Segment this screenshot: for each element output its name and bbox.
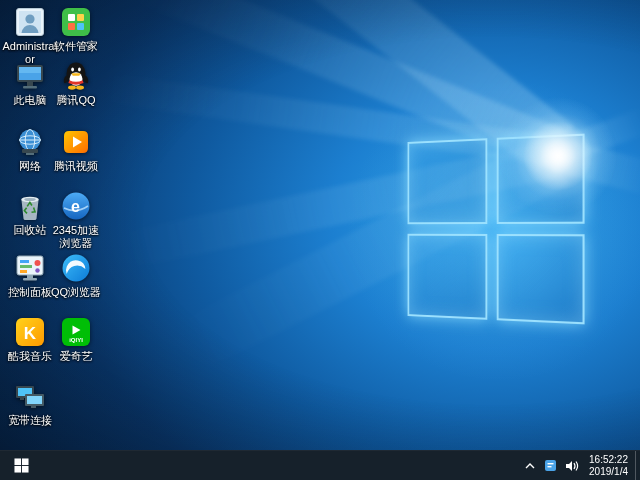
kuwo-letter-glyph: K	[24, 324, 37, 343]
browser-e-glyph: e	[71, 198, 80, 215]
desktop-icon-qq-browser[interactable]: QQ浏览器	[48, 252, 104, 299]
windows-logo-pane	[497, 234, 585, 324]
tray-app-icon	[544, 459, 557, 472]
light-beam	[80, 135, 569, 421]
taskbar: 16:52:22 2019/1/4	[0, 450, 640, 480]
desktop-icon-label: 腾讯视频	[48, 160, 104, 173]
windows-start-icon	[14, 458, 29, 473]
broadband-connection-icon	[14, 380, 46, 412]
windows-logo-glow	[340, 80, 640, 380]
windows-logo-pane	[408, 234, 488, 320]
light-beam	[112, 0, 574, 174]
light-beam	[29, 0, 564, 168]
tencent-video-icon	[60, 126, 92, 158]
desktop-icon-2345-browser[interactable]: e 2345加速浏览器	[48, 190, 104, 250]
tray-app-button[interactable]	[540, 451, 561, 480]
windows-logo-pane	[497, 134, 585, 224]
clock-date: 2019/1/4	[589, 466, 628, 478]
show-desktop-button[interactable]	[635, 451, 640, 480]
desktop-icon-tencent-qq[interactable]: 腾讯QQ	[48, 60, 104, 107]
recycle-bin-icon	[14, 190, 46, 222]
light-flare	[498, 96, 618, 216]
desktop-icon-iqiyi[interactable]: iQIYI 爱奇艺	[48, 316, 104, 363]
2345-browser-icon: e	[60, 190, 92, 222]
control-panel-icon	[14, 252, 46, 284]
desktop-icon-label: 爱奇艺	[48, 350, 104, 363]
desktop-icon-tencent-video[interactable]: 腾讯视频	[48, 126, 104, 173]
desktop-icon-software-manager[interactable]: 软件管家	[48, 6, 104, 53]
windows-logo-pane	[408, 138, 488, 224]
clock-time: 16:52:22	[589, 454, 628, 466]
computer-monitor-icon	[14, 60, 46, 92]
desktop-icon-label: 宽带连接	[2, 414, 58, 427]
system-tray: 16:52:22 2019/1/4	[519, 451, 640, 480]
light-beam	[552, 139, 640, 201]
tray-expand-button[interactable]	[519, 451, 540, 480]
user-account-icon	[14, 6, 46, 38]
desktop-icon-label: 腾讯QQ	[48, 94, 104, 107]
network-globe-icon	[14, 126, 46, 158]
desktop-icon-label: QQ浏览器	[48, 286, 104, 299]
iqiyi-icon: iQIYI	[60, 316, 92, 348]
software-manager-icon	[60, 6, 92, 38]
windows-logo	[408, 134, 585, 325]
light-flare-core	[520, 118, 596, 194]
light-beam	[552, 103, 640, 165]
kuwo-music-icon: K	[14, 316, 46, 348]
start-button[interactable]	[0, 451, 42, 480]
desktop-icon-broadband-connection[interactable]: 宽带连接	[2, 380, 58, 427]
qq-penguin-icon	[60, 60, 92, 92]
desktop[interactable]: Administrator 此电脑 网络	[0, 0, 640, 480]
chevron-up-icon	[525, 463, 535, 469]
qq-browser-icon	[60, 252, 92, 284]
taskbar-clock[interactable]: 16:52:22 2019/1/4	[582, 454, 635, 478]
iqiyi-logo-glyph: iQIYI	[69, 337, 83, 343]
speaker-icon	[565, 460, 579, 472]
desktop-icon-label: 软件管家	[48, 40, 104, 53]
volume-button[interactable]	[561, 451, 582, 480]
desktop-icon-label: 2345加速浏览器	[48, 224, 104, 250]
